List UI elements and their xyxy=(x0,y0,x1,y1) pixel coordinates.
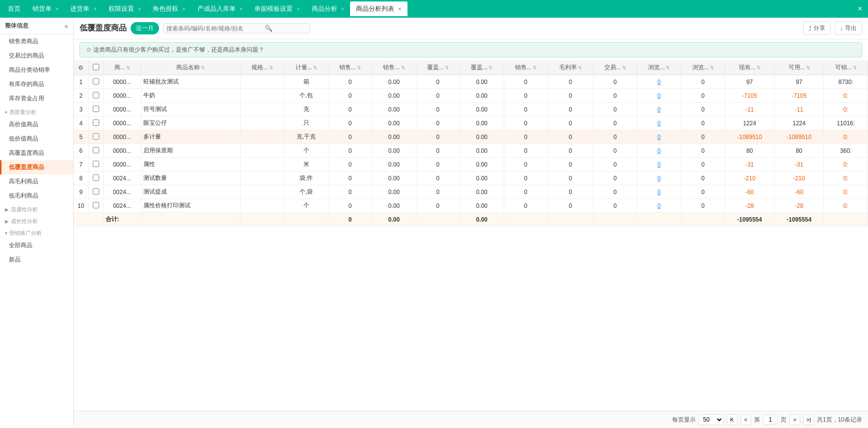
first-page-button[interactable]: K xyxy=(727,414,737,425)
row-checkbox[interactable] xyxy=(88,199,103,213)
row-browse1[interactable]: 0 xyxy=(637,144,681,158)
sidebar-group-growth[interactable]: ▶ 成长性分析 xyxy=(0,215,73,227)
row-browse1[interactable]: 0 xyxy=(637,171,681,185)
row-checkbox[interactable] xyxy=(88,116,103,130)
browse1-link[interactable]: 0 xyxy=(657,175,661,182)
row-checkbox[interactable] xyxy=(88,89,103,103)
select-all-checkbox[interactable] xyxy=(93,64,99,70)
close-analysis-list-icon[interactable]: × xyxy=(398,6,401,12)
sales-amt-column-header[interactable]: 销售...⇅ xyxy=(372,60,416,75)
row-checkbox[interactable] xyxy=(88,144,103,158)
page-number-input[interactable] xyxy=(763,415,778,425)
sidebar-item-stocked-goods[interactable]: 有库存的商品 xyxy=(0,77,73,91)
search-icon[interactable]: 🔍 xyxy=(265,25,272,32)
settings-column-header[interactable]: ⚙ xyxy=(74,60,88,75)
sidebar-item-high-margin[interactable]: 高毛利商品 xyxy=(0,174,73,189)
code-column-header[interactable]: 商...⇅ xyxy=(103,60,141,75)
current-stock-column-header[interactable]: 现有...⇅ xyxy=(725,60,775,75)
row-checkbox[interactable] xyxy=(88,158,103,171)
sidebar-item-category-rate[interactable]: 商品分类动销率 xyxy=(0,63,73,77)
sidebar-item-all-goods[interactable]: 全部商品 xyxy=(0,238,73,253)
row-browse1[interactable]: 0 xyxy=(637,158,681,171)
sidebar-item-traded-goods[interactable]: 交易过的商品 xyxy=(0,49,73,63)
row-checkbox[interactable] xyxy=(88,130,103,144)
browse1-column-header[interactable]: 浏览...⇅ xyxy=(637,60,681,75)
sidebar-item-low-coverage[interactable]: 低覆盖度商品 xyxy=(0,160,73,174)
close-analysis-icon[interactable]: × xyxy=(341,6,344,12)
row-browse1[interactable]: 0 xyxy=(637,89,681,103)
browse1-link[interactable]: 0 xyxy=(657,79,661,86)
close-permissions-icon[interactable]: × xyxy=(138,6,141,12)
cover1-column-header[interactable]: 覆盖...⇅ xyxy=(416,60,460,75)
margin-column-header[interactable]: 毛利率⇅ xyxy=(547,60,593,75)
unit-column-header[interactable]: 计量...⇅ xyxy=(284,60,328,75)
sales3-column-header[interactable]: 销售...⇅ xyxy=(504,60,547,75)
row-checkbox[interactable] xyxy=(88,171,103,185)
nav-tab-warehouse[interactable]: 产成品入库单 × xyxy=(191,1,248,16)
nav-tab-template[interactable]: 单据模板设置 × xyxy=(248,1,305,16)
sidebar-item-capital[interactable]: 库存资金占用 xyxy=(0,91,73,106)
browse1-link[interactable]: 0 xyxy=(657,202,661,209)
close-warehouse-icon[interactable]: × xyxy=(240,6,243,12)
sidebar-group-circulation[interactable]: ▶ 流通性分析 xyxy=(0,203,73,215)
filter-recent-month-button[interactable]: 近一月 xyxy=(131,22,159,34)
trade-column-header[interactable]: 交易...⇅ xyxy=(593,60,637,75)
row-checkbox[interactable] xyxy=(88,185,103,199)
nav-tab-roles[interactable]: 角色授权 × xyxy=(147,1,191,16)
browse1-link[interactable]: 0 xyxy=(657,120,661,127)
row-checkbox[interactable] xyxy=(88,75,103,89)
summary-sellable-cell xyxy=(824,213,868,227)
sidebar-group-marketing[interactable]: ▾ 营销推广分析 xyxy=(0,227,73,238)
row-browse1[interactable]: 0 xyxy=(637,185,681,199)
browse1-link[interactable]: 0 xyxy=(657,189,661,196)
row-browse1[interactable]: 0 xyxy=(637,116,681,130)
nav-tab-analysis[interactable]: 商品分析 × xyxy=(306,1,350,16)
nav-tab-purchase[interactable]: 进货单 × xyxy=(64,1,102,16)
row-browse1[interactable]: 0 xyxy=(637,75,681,89)
table-wrapper[interactable]: ⚙ 商...⇅ 商品名称⇅ 规格...⇅ 计量...⇅ 销售...⇅ 销售...… xyxy=(74,60,868,411)
sellable-column-header[interactable]: 可销...⇅ xyxy=(824,60,868,75)
close-template-icon[interactable]: × xyxy=(297,6,299,12)
search-input[interactable] xyxy=(166,25,265,32)
close-purchase-icon[interactable]: × xyxy=(93,6,96,12)
browse1-link[interactable]: 0 xyxy=(657,92,661,99)
browse1-link[interactable]: 0 xyxy=(657,161,661,168)
available-column-header[interactable]: 可用...⇅ xyxy=(774,60,824,75)
sidebar-item-new-goods[interactable]: 新品 xyxy=(0,253,73,267)
sales-qty-column-header[interactable]: 销售...⇅ xyxy=(328,60,372,75)
window-close-button[interactable]: × xyxy=(854,2,866,15)
sidebar-item-low-value[interactable]: 低价值商品 xyxy=(0,132,73,146)
share-button[interactable]: ⤴ 分享 xyxy=(803,22,831,35)
sidebar-item-high-coverage[interactable]: 高覆盖度商品 xyxy=(0,146,73,160)
close-roles-icon[interactable]: × xyxy=(182,6,185,12)
nav-tab-sales[interactable]: 销货单 × xyxy=(27,1,64,16)
spec-column-header[interactable]: 规格...⇅ xyxy=(241,60,284,75)
sidebar-item-low-margin[interactable]: 低毛利商品 xyxy=(0,189,73,203)
page-size-select[interactable]: 50 100 200 xyxy=(699,414,724,425)
column-settings-icon[interactable]: ⚙ xyxy=(78,64,83,71)
cover2-column-header[interactable]: 覆盖...⇅ xyxy=(460,60,504,75)
name-column-header[interactable]: 商品名称⇅ xyxy=(141,60,240,75)
sidebar-group-cluster[interactable]: ▾ 类群量分析 xyxy=(0,106,73,117)
row-browse1[interactable]: 0 xyxy=(637,199,681,213)
prev-page-button[interactable]: < xyxy=(740,414,751,425)
sidebar-collapse-button[interactable]: « xyxy=(64,22,68,30)
sidebar-item-sales-goods[interactable]: 销售类商品 xyxy=(0,34,73,49)
row-browse1[interactable]: 0 xyxy=(637,103,681,116)
next-page-button[interactable]: > xyxy=(789,414,800,425)
row-cover1: 0 xyxy=(416,158,460,171)
browse1-link[interactable]: 0 xyxy=(657,134,661,141)
close-sales-icon[interactable]: × xyxy=(55,6,58,12)
last-page-button[interactable]: >| xyxy=(803,414,814,425)
export-button[interactable]: ↓ 导出 xyxy=(835,22,862,35)
browse2-column-header[interactable]: 浏览...⇅ xyxy=(681,60,725,75)
checkbox-column-header[interactable] xyxy=(88,60,103,75)
browse1-link[interactable]: 0 xyxy=(657,147,661,154)
nav-tab-home[interactable]: 首页 xyxy=(2,1,27,16)
sidebar-item-high-value[interactable]: 高价值商品 xyxy=(0,117,73,132)
browse1-link[interactable]: 0 xyxy=(657,106,661,113)
nav-tab-permissions[interactable]: 权限设置 × xyxy=(103,1,147,16)
row-browse1[interactable]: 0 xyxy=(637,130,681,144)
nav-tab-analysis-list[interactable]: 商品分析列表 × xyxy=(350,1,407,16)
row-checkbox[interactable] xyxy=(88,103,103,116)
